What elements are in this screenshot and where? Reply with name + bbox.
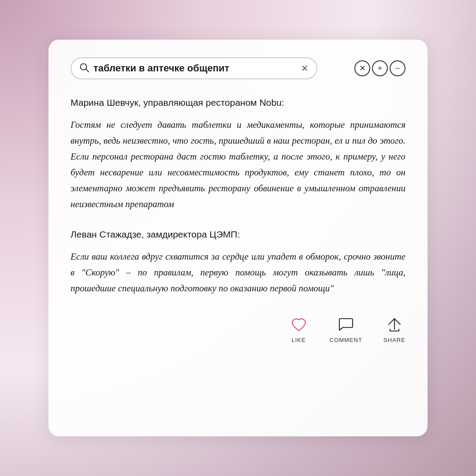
share-icon (385, 315, 404, 334)
like-label: LIKE (291, 337, 305, 343)
add-button[interactable]: + (372, 60, 388, 76)
content-body: Марина Шевчук, управляющая рестораном No… (71, 95, 405, 296)
share-action[interactable]: SHARE (383, 315, 405, 343)
search-bar-row: таблетки в аптечке общепит ✕ ✕ + − (71, 57, 405, 79)
close-button[interactable]: ✕ (354, 60, 370, 76)
comment-icon (336, 315, 356, 334)
content-card: таблетки в аптечке общепит ✕ ✕ + − Марин… (48, 40, 428, 436)
comment-action[interactable]: COMMENT (330, 315, 362, 343)
search-bar[interactable]: таблетки в аптечке общепит ✕ (71, 57, 317, 79)
window-controls: ✕ + − (354, 60, 405, 76)
svg-line-1 (86, 69, 89, 72)
speaker-1-name: Марина Шевчук, управляющая рестораном No… (71, 95, 405, 111)
share-label: SHARE (383, 337, 405, 343)
search-query: таблетки в аптечке общепит (93, 63, 297, 74)
search-clear-button[interactable]: ✕ (301, 63, 309, 74)
speaker-1-quote: Гостям не следует давать таблетки и меди… (71, 117, 405, 212)
comment-label: COMMENT (330, 337, 362, 343)
speaker-2-quote: Если ваш коллега вдруг схватится за серд… (71, 249, 405, 296)
like-action[interactable]: LIKE (289, 315, 309, 343)
actions-row: LIKE COMMENT SHARE (71, 311, 405, 343)
search-icon (79, 63, 89, 74)
speaker-2-name: Леван Стажадзе, замдиректора ЦЭМП: (71, 227, 405, 242)
minus-button[interactable]: − (390, 60, 405, 76)
like-icon (289, 315, 309, 334)
